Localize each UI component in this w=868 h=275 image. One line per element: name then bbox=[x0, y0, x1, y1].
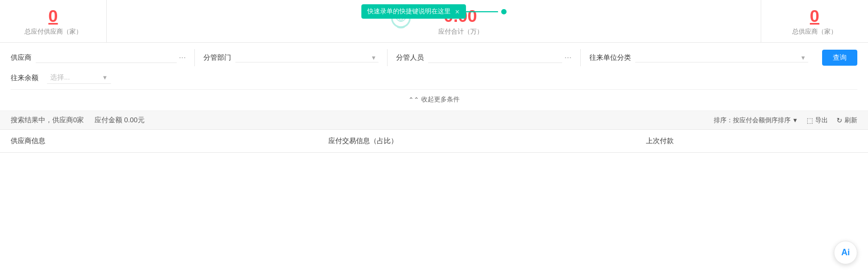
category-select[interactable]: ▼ bbox=[635, 53, 808, 62]
department-chevron-icon: ▼ bbox=[371, 54, 377, 61]
filter-supplier: 供应商 ··· bbox=[11, 49, 195, 66]
tooltip-line bbox=[466, 11, 498, 12]
tooltip-bubble: 快速录单的快捷键说明在这里 × bbox=[361, 4, 465, 19]
result-info-text: 搜索结果中，供应商0家 bbox=[11, 116, 84, 124]
result-info-container: 搜索结果中，供应商0家 应付金额 0.00元 bbox=[11, 115, 145, 125]
collapse-bar: ⌃⌃ 收起更多条件 bbox=[11, 89, 857, 111]
result-amount-text: 应付金额 0.00元 bbox=[94, 116, 145, 124]
export-icon: ⬚ bbox=[807, 116, 813, 124]
tooltip-close-btn[interactable]: × bbox=[455, 7, 459, 16]
department-select[interactable]: ▼ bbox=[235, 53, 378, 62]
col-supplier-header: 供应商信息 bbox=[11, 136, 328, 146]
collapse-up-icon: ⌃⌃ bbox=[408, 96, 419, 104]
supplier-more-btn[interactable]: ··· bbox=[179, 53, 186, 62]
person-more-btn[interactable]: ··· bbox=[564, 53, 571, 62]
filter-row-1: 供应商 ··· 分管部门 ▼ 分管人员 ··· 往来单位分类 ▼ 查询 bbox=[11, 49, 857, 66]
sort-label: 排序：按应付会额倒序排序 bbox=[714, 116, 791, 125]
balance-placeholder: 选择... bbox=[50, 73, 102, 82]
sort-selector[interactable]: 排序：按应付会额倒序排序 ▼ bbox=[714, 116, 798, 125]
department-label: 分管部门 bbox=[203, 53, 231, 62]
filter-person: 分管人员 ··· bbox=[388, 49, 580, 66]
table-header: 供应商信息 应付交易信息（占比） 上次付款 bbox=[0, 130, 868, 153]
category-label: 往来单位分类 bbox=[589, 53, 631, 62]
tooltip-text: 快速录单的快捷键说明在这里 bbox=[367, 7, 451, 16]
refresh-button[interactable]: ↻ 刷新 bbox=[837, 116, 857, 125]
filter-department: 分管部门 ▼ bbox=[195, 49, 388, 66]
stat-total-suppliers-label: 总供应商（家） bbox=[792, 27, 837, 36]
col-payment-header: 上次付款 bbox=[646, 136, 858, 146]
result-bar: 搜索结果中，供应商0家 应付金额 0.00元 排序：按应付会额倒序排序 ▼ ⬚ … bbox=[0, 111, 868, 130]
stat-total-suppliers: 0 总供应商（家） bbox=[761, 0, 868, 42]
balance-chevron-icon: ▼ bbox=[102, 74, 108, 81]
filter-balance: 往来余额 选择... ▼ bbox=[11, 72, 111, 84]
stat-middle-area: 0.00 应付合计（万） 快速录单的快捷键说明在这里 × bbox=[107, 0, 761, 42]
refresh-label: 刷新 bbox=[845, 116, 857, 125]
stat-payable-label: 总应付供应商（家） bbox=[25, 27, 82, 36]
export-button[interactable]: ⬚ 导出 bbox=[807, 116, 828, 125]
stat-payable-number[interactable]: 0 bbox=[49, 6, 58, 26]
table-body bbox=[0, 153, 868, 260]
stat-payable-total-label: 应付合计（万） bbox=[438, 27, 483, 36]
supplier-label: 供应商 bbox=[11, 53, 31, 62]
stat-payable-suppliers: 0 总应付供应商（家） bbox=[0, 0, 107, 42]
person-label: 分管人员 bbox=[396, 53, 424, 62]
export-label: 导出 bbox=[815, 116, 828, 125]
filter-row-2: 往来余额 选择... ▼ bbox=[11, 72, 857, 89]
refresh-icon: ↻ bbox=[837, 116, 842, 124]
person-input[interactable] bbox=[428, 52, 562, 63]
stat-total-suppliers-number[interactable]: 0 bbox=[810, 6, 819, 26]
result-actions: 排序：按应付会额倒序排序 ▼ ⬚ 导出 ↻ 刷新 bbox=[714, 116, 857, 125]
supplier-input[interactable] bbox=[36, 52, 177, 63]
stats-bar: 0 总应付供应商（家） 0.00 应付合计（万） 快速录单的快捷键说明在这里 ×… bbox=[0, 0, 868, 43]
collapse-button[interactable]: ⌃⌃ 收起更多条件 bbox=[400, 93, 468, 106]
tooltip-dot bbox=[501, 9, 507, 14]
category-chevron-icon: ▼ bbox=[800, 54, 806, 61]
collapse-text: 收起更多条件 bbox=[421, 95, 460, 104]
sort-chevron-icon: ▼ bbox=[792, 117, 798, 123]
filter-category: 往来单位分类 ▼ bbox=[581, 49, 817, 66]
filter-bar: 供应商 ··· 分管部门 ▼ 分管人员 ··· 往来单位分类 ▼ 查询 bbox=[0, 43, 868, 111]
col-transaction-header: 应付交易信息（占比） bbox=[328, 136, 646, 146]
query-button[interactable]: 查询 bbox=[822, 50, 857, 66]
balance-select[interactable]: 选择... ▼ bbox=[47, 72, 111, 84]
tooltip-container: 快速录单的快捷键说明在这里 × bbox=[361, 4, 506, 19]
balance-label: 往来余额 bbox=[11, 73, 38, 83]
